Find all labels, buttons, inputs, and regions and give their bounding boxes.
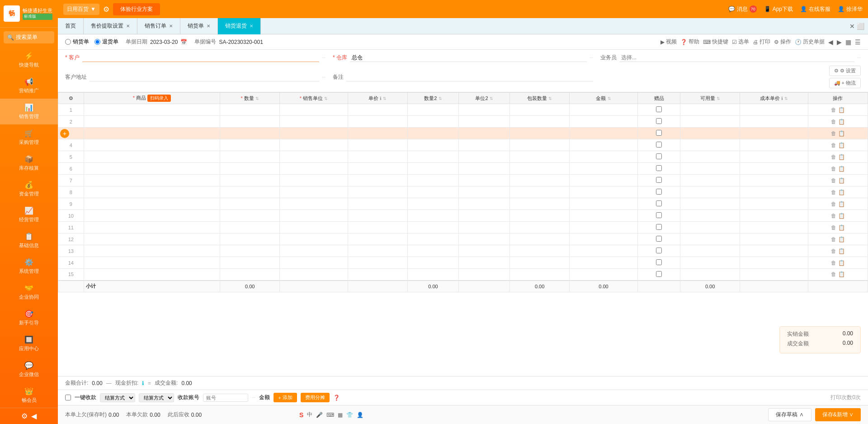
pkg-cell[interactable] [510, 116, 570, 128]
delete-row-btn[interactable]: 🗑 [831, 177, 836, 184]
toolbar-operate[interactable]: ⚙ 操作 [774, 38, 791, 46]
prev-record-btn[interactable]: ◀ [828, 38, 833, 46]
price-cell[interactable] [348, 245, 407, 257]
amount-cell[interactable] [570, 128, 638, 139]
close-tab-btn[interactable]: ✕ [849, 23, 855, 30]
cost-cell[interactable] [740, 163, 808, 175]
copy-row-btn[interactable]: 📋 [838, 201, 845, 207]
available-cell[interactable] [680, 128, 740, 139]
sidebar-item-marketing[interactable]: 📢 营销推广 [0, 73, 58, 99]
delete-row-btn[interactable]: 🗑 [831, 154, 836, 160]
delete-row-btn[interactable]: 🗑 [831, 189, 836, 195]
unit-cell[interactable] [280, 198, 348, 210]
gift-checkbox[interactable] [656, 236, 662, 242]
product-cell[interactable] [84, 175, 220, 186]
price-cell[interactable] [348, 257, 407, 269]
delete-row-btn[interactable]: 🗑 [831, 224, 836, 231]
amount-cell[interactable] [570, 198, 638, 210]
price-cell[interactable] [348, 233, 407, 245]
unit-cell[interactable] [280, 163, 348, 175]
toolbar-history[interactable]: 🕐 历史单据 [795, 38, 825, 46]
price-cell[interactable] [348, 210, 407, 222]
cost-cell[interactable] [740, 151, 808, 163]
product-input[interactable] [86, 131, 218, 136]
price-cell[interactable] [348, 175, 407, 186]
gift-checkbox[interactable] [656, 118, 662, 124]
tab-sales-delivery-close[interactable]: ✕ [207, 24, 210, 29]
unit-cell[interactable] [280, 210, 348, 222]
qty2-cell[interactable] [407, 128, 458, 139]
sidebar-item-wechat[interactable]: 💬 企业微信 [0, 357, 58, 382]
available-cell[interactable] [680, 163, 740, 175]
unit-cell[interactable] [280, 104, 348, 116]
gift-checkbox[interactable] [656, 177, 662, 183]
amount-cell[interactable] [570, 163, 638, 175]
copy-row-btn[interactable]: 📋 [838, 189, 845, 195]
delete-row-btn[interactable]: 🗑 [831, 119, 836, 125]
cost-cell[interactable] [740, 175, 808, 186]
qty-cell[interactable] [220, 269, 280, 281]
price-cell[interactable] [348, 128, 407, 139]
qty2-cell[interactable] [407, 163, 458, 175]
sidebar-item-sales[interactable]: 📊 销售管理 [0, 99, 58, 124]
gift-checkbox[interactable] [656, 271, 662, 277]
warehouse-more-btn[interactable]: ··· [590, 55, 593, 60]
delete-row-btn[interactable]: 🗑 [831, 142, 836, 148]
qty2-cell[interactable] [407, 245, 458, 257]
sidebar-item-business[interactable]: 📈 经营管理 [0, 202, 58, 228]
cost-cell[interactable] [740, 269, 808, 281]
sidebar-item-system[interactable]: ⚙️ 系统管理 [0, 253, 58, 279]
amount-cell[interactable] [570, 269, 638, 281]
unit2-cell[interactable] [459, 222, 510, 233]
qty2-cell[interactable] [407, 139, 458, 151]
qty-cell[interactable] [220, 163, 280, 175]
qty2-cell[interactable] [407, 257, 458, 269]
online-service-btn[interactable]: 👤 在线客服 [800, 5, 830, 13]
unit2-cell[interactable] [459, 233, 510, 245]
payment-help-icon[interactable]: ❓ [333, 395, 340, 401]
cost-cell[interactable] [740, 116, 808, 128]
calendar-icon[interactable]: 📅 [180, 39, 187, 45]
toolbar-select[interactable]: ☑ 选单 [732, 38, 749, 46]
qty2-cell[interactable] [407, 269, 458, 281]
sidebar-item-inventory[interactable]: 📦 库存核算 [0, 150, 58, 176]
cost-cell[interactable] [740, 104, 808, 116]
available-cell[interactable] [680, 175, 740, 186]
pkg-cell[interactable] [510, 233, 570, 245]
unit-cell[interactable] [280, 116, 348, 128]
toolbar-shortcut[interactable]: ⌨ 快捷键 [703, 38, 728, 46]
gift-checkbox[interactable] [656, 248, 662, 253]
gift-checkbox[interactable] [656, 106, 662, 112]
delete-row-btn[interactable]: 🗑 [831, 248, 836, 254]
salesperson-more-btn[interactable]: ··· [857, 55, 861, 60]
copy-row-btn[interactable]: 📋 [838, 213, 845, 219]
delete-row-btn[interactable]: 🗑 [831, 130, 836, 137]
price-cell[interactable] [348, 104, 407, 116]
price-cell[interactable] [348, 222, 407, 233]
warehouse-input[interactable] [350, 53, 587, 62]
delete-row-btn[interactable]: 🗑 [831, 236, 836, 243]
unit-cell[interactable] [280, 222, 348, 233]
qty2-cell[interactable] [407, 186, 458, 198]
sidebar-item-member[interactable]: 👑 畅会员 [0, 382, 58, 408]
unit2-cell[interactable] [459, 257, 510, 269]
discount-info-icon[interactable]: ℹ [142, 380, 144, 386]
cost-cell[interactable] [740, 245, 808, 257]
sidebar-item-finance[interactable]: 💰 资金管理 [0, 176, 58, 202]
copy-row-btn[interactable]: 📋 [838, 236, 845, 243]
add-row-btn[interactable]: + [60, 129, 69, 138]
pkg-cell[interactable] [510, 210, 570, 222]
add-payment-btn[interactable]: + 添加 [274, 393, 297, 402]
amount-cell[interactable] [570, 151, 638, 163]
price-cell[interactable] [348, 198, 407, 210]
available-cell[interactable] [680, 269, 740, 281]
app-download-btn[interactable]: 📱 App下载 [764, 5, 793, 13]
product-cell[interactable] [84, 233, 220, 245]
sidebar-item-basic[interactable]: 📋 基础信息 [0, 228, 58, 253]
price-cell[interactable] [348, 269, 407, 281]
copy-row-btn[interactable]: 📋 [838, 119, 845, 125]
tab-sales-delivery[interactable]: 销货单 ✕ [180, 18, 218, 34]
unit2-cell[interactable] [459, 210, 510, 222]
tab-price-setting-close[interactable]: ✕ [126, 24, 130, 29]
gift-checkbox[interactable] [656, 200, 662, 206]
